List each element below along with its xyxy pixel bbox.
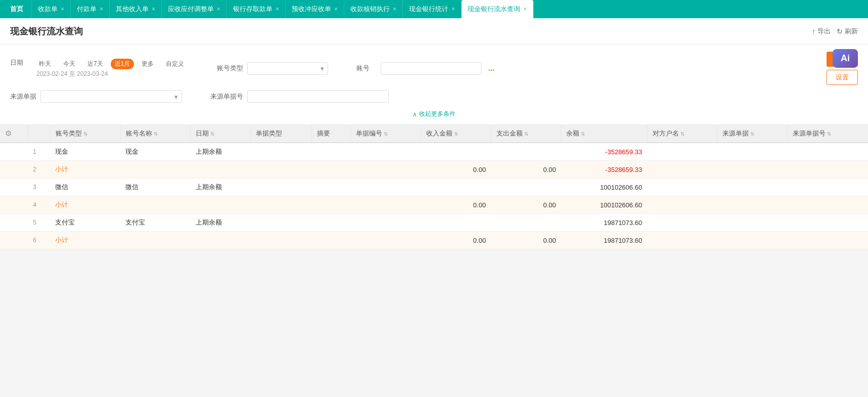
cell-income — [421, 143, 491, 161]
source-doc-filter: 来源单据 — [10, 90, 182, 103]
cell-source_doc — [717, 179, 788, 196]
cell-date — [191, 161, 251, 179]
cell-expense — [491, 143, 561, 161]
collapse-bar[interactable]: ∧ 收起更多条件 — [10, 108, 858, 119]
nav-tab[interactable]: 现金银行统计× — [403, 0, 462, 18]
cell-summary — [311, 214, 351, 232]
account-type-filter: 账号类型 现金 微信 支付宝 — [217, 62, 328, 75]
col-header-doc_type: 单据类型 — [251, 125, 312, 143]
nav-tab[interactable]: 收款单× — [32, 0, 71, 18]
cell-doc_num — [351, 214, 421, 232]
date-shortcut-7days[interactable]: 近7天 — [83, 58, 108, 70]
nav-tab[interactable]: 预收冲应收单× — [286, 0, 344, 18]
cell-source_doc — [717, 196, 788, 214]
col-header-summary: 摘要 — [311, 125, 351, 143]
cell-expense: 0.00 — [491, 161, 561, 179]
tab-close-icon[interactable]: × — [100, 6, 103, 13]
cell-doc_type — [251, 196, 312, 214]
cell-expense — [491, 179, 561, 196]
tab-close-icon[interactable]: × — [523, 6, 527, 13]
cell-account_name — [120, 232, 191, 249]
cell-doc_num — [351, 161, 421, 179]
col-header-doc_num[interactable]: 单据编号⇅ — [351, 125, 421, 143]
account-more-button[interactable]: ... — [486, 64, 496, 73]
tab-close-icon[interactable]: × — [334, 6, 338, 13]
sort-icon: ⇅ — [83, 131, 87, 137]
source-doc-select[interactable] — [40, 90, 182, 103]
col-header-source_doc_num[interactable]: 来源单据号⇅ — [788, 125, 868, 143]
source-doc-num-input[interactable] — [247, 90, 389, 103]
nav-tab[interactable]: 银行存取款单× — [227, 0, 286, 18]
tab-close-icon[interactable]: × — [276, 6, 279, 13]
export-button[interactable]: ↑ 导出 — [812, 27, 831, 36]
tab-close-icon[interactable]: × — [61, 6, 64, 13]
cell-account_type: 支付宝 — [50, 214, 120, 232]
col-header-account_type[interactable]: 账号类型⇅ — [50, 125, 120, 143]
cell-doc_type — [251, 143, 312, 161]
nav-home[interactable]: 首页 — [2, 0, 32, 18]
refresh-button[interactable]: ↻ 刷新 — [837, 27, 858, 36]
date-shortcut-custom[interactable]: 自定义 — [161, 58, 189, 70]
sort-icon: ⇅ — [454, 131, 458, 137]
cell-num: 3 — [28, 179, 50, 196]
date-range: 2023-02-24 至 2023-03-24 — [36, 70, 189, 78]
tab-close-icon[interactable]: × — [451, 6, 455, 13]
col-header-expense[interactable]: 支出金额⇅ — [491, 125, 561, 143]
nav-tab[interactable]: 付款单× — [71, 0, 110, 18]
cell-doc_type — [251, 161, 312, 179]
ai-badge[interactable]: Ai — [833, 49, 858, 68]
cell-balance: 19871073.60 — [561, 232, 647, 249]
cell-summary — [311, 179, 351, 196]
account-input[interactable] — [381, 62, 482, 75]
top-navigation: 首页 收款单×付款单×其他收入单×应收应付调整单×银行存取款单×预收冲应收单×收… — [0, 0, 868, 18]
table-row: 3微信微信上期余额100102606.60 — [0, 179, 868, 196]
date-shortcut-more[interactable]: 更多 — [137, 58, 158, 70]
date-shortcut-1month[interactable]: 近1月 — [111, 59, 134, 69]
nav-tab[interactable]: 其他收入单× — [110, 0, 162, 18]
date-shortcut-today[interactable]: 今天 — [59, 58, 80, 70]
cell-account_type: 小计 — [50, 196, 120, 214]
cell-doc_num — [351, 179, 421, 196]
col-header-balance[interactable]: 余额⇅ — [561, 125, 647, 143]
cell-num: 1 — [28, 143, 50, 161]
tab-close-icon[interactable]: × — [393, 6, 396, 13]
sort-icon: ⇅ — [524, 131, 528, 137]
cell-date: 上期余额 — [191, 179, 251, 196]
filter-row-2: 来源单据 来源单据号 — [10, 90, 858, 103]
cell-gear — [0, 161, 28, 179]
cell-income: 0.00 — [421, 196, 491, 214]
col-header-date[interactable]: 日期⇅ — [191, 125, 251, 143]
nav-tab[interactable]: 收款核销执行× — [344, 0, 403, 18]
account-label: 账号 — [356, 64, 377, 73]
cell-num: 4 — [28, 196, 50, 214]
gear-icon[interactable]: ⚙ — [5, 129, 12, 138]
cell-balance: 19871073.60 — [561, 214, 647, 232]
date-shortcut-yesterday[interactable]: 昨天 — [34, 58, 56, 70]
cell-income: 0.00 — [421, 232, 491, 249]
sort-icon: ⇅ — [384, 131, 388, 137]
settings-button[interactable]: 设置 — [827, 70, 858, 85]
cell-summary — [311, 161, 351, 179]
table-row: 5支付宝支付宝上期余额19871073.60 — [0, 214, 868, 232]
header-actions: ↑ 导出 ↻ 刷新 — [812, 27, 858, 36]
col-header-counterparty[interactable]: 对方户名⇅ — [647, 125, 717, 143]
cell-doc_type — [251, 179, 312, 196]
cell-counterparty — [647, 214, 717, 232]
table-row: 4小计0.000.00100102606.60 — [0, 196, 868, 214]
cell-expense: 0.00 — [491, 232, 561, 249]
nav-tab[interactable]: 应收应付调整单× — [162, 0, 227, 18]
cell-source_doc_num — [788, 214, 868, 232]
col-header-income[interactable]: 收入金额⇅ — [421, 125, 491, 143]
nav-tab[interactable]: 现金银行流水查询× — [462, 0, 533, 18]
sort-icon: ⇅ — [827, 131, 831, 137]
table-body: 1现金现金上期余额-3528659.332小计0.000.00-3528659.… — [0, 143, 868, 249]
col-header-account_name[interactable]: 账号名称⇅ — [120, 125, 191, 143]
cell-counterparty — [647, 161, 717, 179]
account-type-select[interactable]: 现金 微信 支付宝 — [247, 62, 328, 75]
source-doc-num-label: 来源单据号 — [210, 92, 243, 101]
tab-close-icon[interactable]: × — [217, 6, 220, 13]
tab-close-icon[interactable]: × — [152, 6, 155, 13]
table-area: ⚙账号类型⇅账号名称⇅日期⇅单据类型摘要单据编号⇅收入金额⇅支出金额⇅余额⇅对方… — [0, 125, 868, 249]
cell-date — [191, 232, 251, 249]
col-header-source_doc[interactable]: 来源单据⇅ — [717, 125, 788, 143]
